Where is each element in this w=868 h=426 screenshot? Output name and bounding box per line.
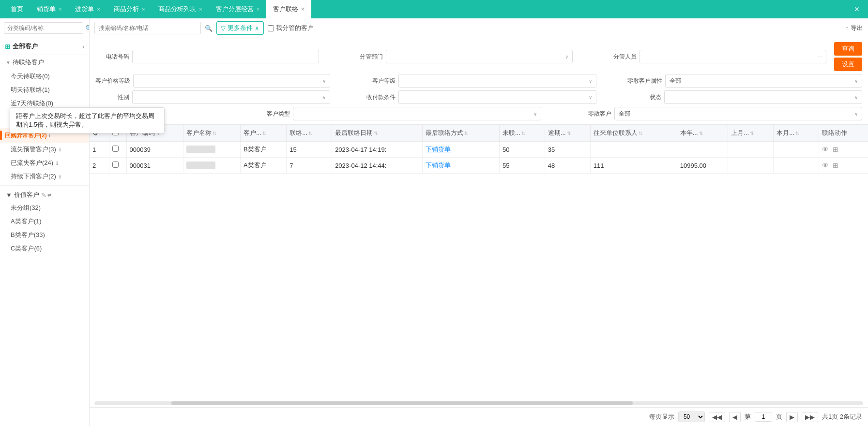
content-area: 🔍 ▽ 更多条件 ∧ 我分管的客户 ↑ 导出 电话号码 bbox=[90, 18, 868, 426]
row1-view-icon[interactable]: 👁 bbox=[822, 146, 829, 153]
sort-icon-lastmonth[interactable]: ⇅ bbox=[750, 131, 754, 136]
retail-attr-select[interactable]: 全部 ∨ bbox=[665, 74, 862, 88]
nav-sales[interactable]: 销货单 × bbox=[30, 0, 68, 18]
table-header-row: ⚙ 客户编码⇅ 客户名称⇅ 客户...⇅ 联络...⇅ 最后联络日期⇅ 最后联络… bbox=[90, 125, 868, 142]
row1-checkbox[interactable] bbox=[109, 142, 126, 158]
sidebar-search-area: 🔍 bbox=[0, 18, 89, 38]
sidebar-item-class-c[interactable]: C类客户(6) bbox=[0, 242, 89, 255]
row2-check[interactable] bbox=[112, 162, 119, 168]
close-purchase-icon[interactable]: × bbox=[97, 6, 100, 12]
price-level-field: 客户价格等级 ∨ bbox=[95, 74, 330, 88]
sidebar-item-class-a[interactable]: A类客户(1) bbox=[0, 215, 89, 228]
row1-check[interactable] bbox=[112, 146, 119, 152]
per-page-select[interactable]: 50 20 100 bbox=[678, 411, 705, 422]
nav-product-analysis-list[interactable]: 商品分析列表 × bbox=[152, 0, 209, 18]
customer-level-select[interactable]: ∨ bbox=[398, 74, 596, 88]
edit-icon[interactable]: ✎ bbox=[41, 191, 46, 199]
nav-customer-segmentation[interactable]: 客户分层经营 × bbox=[209, 0, 266, 18]
retail-customer-arrow: ∨ bbox=[854, 111, 858, 117]
filter-row-2: 客户价格等级 ∨ 客户等级 ∨ 零散客户属性 bbox=[95, 74, 862, 88]
move-icon[interactable]: ⇄ bbox=[47, 192, 51, 198]
all-customers-header[interactable]: ⊞ 全部客户 › bbox=[0, 38, 89, 55]
export-button[interactable]: ↑ 导出 bbox=[846, 24, 864, 32]
status-select[interactable]: ∨ bbox=[664, 90, 862, 104]
sort-icon-name[interactable]: ⇅ bbox=[213, 131, 216, 136]
row1-year bbox=[677, 142, 728, 158]
scroll-thumb[interactable] bbox=[171, 401, 633, 405]
horizontal-scrollbar[interactable] bbox=[94, 401, 863, 405]
sort-icon-count[interactable]: ⇅ bbox=[308, 131, 312, 136]
sidebar-item-declining[interactable]: 持续下滑客户(2) ℹ bbox=[0, 170, 89, 183]
sort-icon-unit[interactable]: ⇅ bbox=[639, 131, 642, 136]
payment-select[interactable]: ∨ bbox=[398, 90, 596, 104]
row2-method[interactable]: 下销货单 bbox=[423, 158, 500, 174]
sidebar-item-today[interactable]: 今天待联络(0) bbox=[0, 70, 89, 83]
sort-icon-year[interactable]: ⇅ bbox=[699, 131, 703, 136]
payment-field: 收付款条件 ∨ bbox=[362, 90, 596, 104]
dept-label: 分管部门 bbox=[349, 53, 383, 61]
query-button[interactable]: 查询 bbox=[834, 42, 862, 56]
close-customer-seg-icon[interactable]: × bbox=[257, 6, 259, 12]
export-icon: ↑ bbox=[846, 25, 849, 32]
row2-checkbox[interactable] bbox=[109, 158, 126, 174]
customer-type-select[interactable]: ∨ bbox=[293, 107, 541, 120]
more-conditions-button[interactable]: ▽ 更多条件 ∧ bbox=[216, 21, 264, 35]
close-product-list-icon[interactable]: × bbox=[199, 6, 202, 12]
window-close-icon[interactable]: × bbox=[849, 4, 864, 15]
gender-field: 性别 ∨ bbox=[95, 90, 330, 104]
phone-select[interactable] bbox=[132, 50, 319, 63]
row1-name bbox=[183, 142, 241, 158]
page-input[interactable] bbox=[755, 412, 772, 422]
row2-more-icon[interactable]: ⊞ bbox=[833, 162, 838, 169]
sidebar-search-icon[interactable]: 🔍 bbox=[85, 25, 90, 32]
sidebar-item-tomorrow[interactable]: 明天待联络(1) bbox=[0, 83, 89, 97]
nav-home[interactable]: 首页 bbox=[4, 0, 30, 18]
price-level-select[interactable]: ∨ bbox=[133, 74, 330, 88]
sort-icon-month[interactable]: ⇅ bbox=[795, 131, 799, 136]
value-customer-group[interactable]: ▼ 价值客户 ✎ ⇄ bbox=[0, 188, 89, 201]
sidebar-collapse-icon[interactable]: › bbox=[82, 43, 84, 50]
row1-method[interactable]: 下销货单 bbox=[423, 142, 500, 158]
close-product-analysis-icon[interactable]: × bbox=[142, 6, 145, 12]
nav-purchase[interactable]: 进货单 × bbox=[68, 0, 107, 18]
sidebar-item-class-b[interactable]: B类客户(33) bbox=[0, 228, 89, 242]
col-current-year: 本年...⇅ bbox=[677, 125, 728, 142]
retail-customer-select[interactable]: 全部 ∨ bbox=[614, 107, 862, 120]
page-label: 第 bbox=[745, 412, 751, 421]
row2-index: 2 bbox=[90, 158, 109, 174]
department-select[interactable]: ∨ bbox=[386, 50, 573, 63]
pending-contact-group[interactable]: ▼ 待联络客户 bbox=[0, 55, 89, 70]
filter-search-icon[interactable]: 🔍 bbox=[205, 25, 213, 32]
manager-select[interactable]: ··· bbox=[640, 50, 826, 63]
first-page-button[interactable]: ◀◀ bbox=[709, 412, 725, 422]
sidebar-search-input[interactable] bbox=[4, 22, 83, 34]
sidebar-item-ungrouped[interactable]: 未分组(32) bbox=[0, 201, 89, 215]
my-customers-checkbox[interactable]: 我分管的客户 bbox=[268, 24, 314, 32]
filter-search-input[interactable] bbox=[94, 22, 201, 34]
close-customer-contact-icon[interactable]: × bbox=[301, 6, 304, 12]
sort-icon-method[interactable]: ⇅ bbox=[464, 131, 468, 136]
sort-icon-overdue[interactable]: ⇅ bbox=[567, 131, 571, 136]
sort-icon-uncontact[interactable]: ⇅ bbox=[521, 131, 525, 136]
filter-action-btns: 查询 设置 bbox=[834, 42, 862, 71]
my-customers-input[interactable] bbox=[268, 25, 274, 31]
row1-more-icon[interactable]: ⊞ bbox=[833, 146, 838, 153]
sort-icon-type[interactable]: ⇅ bbox=[262, 131, 266, 136]
row2-unit-contact: 111 bbox=[590, 158, 677, 174]
next-page-button[interactable]: ▶ bbox=[786, 412, 798, 422]
row1-actions: 👁 ⊞ bbox=[819, 142, 868, 158]
info-tooltip: 距客户上次交易时长，超过了此客户的平均交易周期的1.5倍，则视为异常。 bbox=[10, 107, 165, 133]
sidebar-item-churn-warning[interactable]: 流失预警客户(3) ℹ bbox=[0, 143, 89, 156]
nav-customer-contact[interactable]: 客户联络 × bbox=[266, 0, 311, 18]
last-page-button[interactable]: ▶▶ bbox=[802, 412, 818, 422]
nav-product-analysis[interactable]: 商品分析 × bbox=[107, 0, 152, 18]
gender-select[interactable]: ∨ bbox=[132, 90, 330, 104]
settings-button[interactable]: 设置 bbox=[834, 58, 862, 71]
close-sales-icon[interactable]: × bbox=[59, 6, 61, 12]
sidebar-item-churned[interactable]: 已流失客户(24) ℹ bbox=[0, 156, 89, 170]
customer-type-arrow: ∨ bbox=[533, 111, 537, 117]
prev-page-button[interactable]: ◀ bbox=[729, 412, 741, 422]
row2-view-icon[interactable]: 👁 bbox=[822, 162, 829, 169]
sort-icon-date[interactable]: ⇅ bbox=[374, 131, 378, 136]
col-overdue: 逾期...⇅ bbox=[545, 125, 590, 142]
